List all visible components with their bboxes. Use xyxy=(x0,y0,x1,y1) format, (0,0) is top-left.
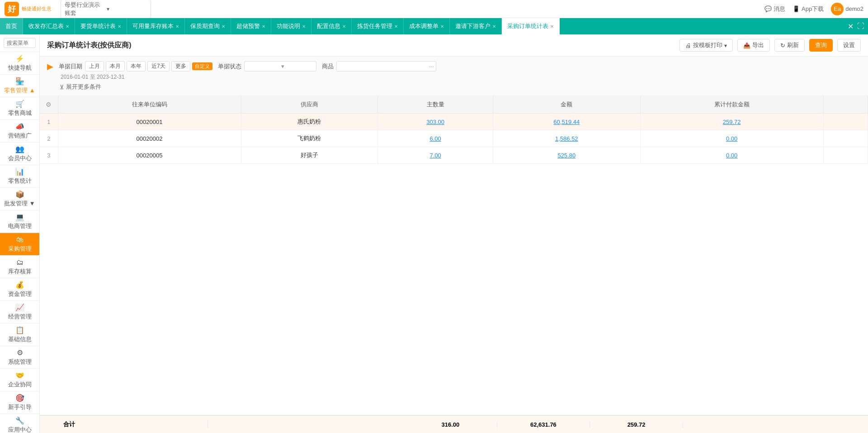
tab-function-desc[interactable]: 功能说明 ✕ xyxy=(271,18,311,34)
sidebar-item-wholesale-mgmt[interactable]: 📦 批发管理 ▼ xyxy=(0,188,39,210)
refresh-btn[interactable]: ↻ 刷新 xyxy=(774,39,805,52)
tab-collect-summary[interactable]: 收发存汇总表 ✕ xyxy=(23,18,75,34)
search-input[interactable] xyxy=(4,38,36,48)
tab-available-stock[interactable]: 可用量库存账本 ✕ xyxy=(127,18,185,34)
row-3-qty[interactable]: 7.00 xyxy=(378,147,493,164)
row-1-paid[interactable]: 259.72 xyxy=(640,114,823,130)
tab-cost-adjust[interactable]: 成本调整单 ✕ xyxy=(404,18,450,34)
preset-this-month[interactable]: 本月 xyxy=(106,61,125,71)
tab-goods-summary[interactable]: 要货单统计表 ✕ xyxy=(75,18,127,34)
filter-collapse-btn[interactable]: ▶ xyxy=(47,62,53,71)
filter-status-item: 单据状态 ▾ xyxy=(218,61,316,71)
print-label: 按模板打印 xyxy=(693,41,722,49)
tab-pick-task[interactable]: 拣货任务管理 ✕ xyxy=(352,18,404,34)
nav-tabs-end: ✕ ⛶ xyxy=(844,22,868,31)
tab-warranty[interactable]: 保质期查询 ✕ xyxy=(185,18,231,34)
print-btn[interactable]: 🖨 按模板打印 xyxy=(679,39,733,52)
goods-input-more-btn[interactable]: ··· xyxy=(427,63,436,70)
settings-btn[interactable]: 设置 xyxy=(837,39,861,52)
sidebar-item-sys-mgmt[interactable]: ⚙ 系统管理 xyxy=(0,346,39,369)
export-btn[interactable]: 📤 导出 xyxy=(737,39,770,52)
tab-overstock[interactable]: 超储预警 ✕ xyxy=(231,18,271,34)
preset-last-month[interactable]: 上月 xyxy=(85,61,104,71)
refresh-label: 刷新 xyxy=(787,41,799,49)
tab-pick-task-close[interactable]: ✕ xyxy=(394,24,398,29)
store-selector[interactable]: 母婴行业演示账套 xyxy=(61,0,151,19)
row-2-paid[interactable]: 0.00 xyxy=(640,130,823,147)
sidebar-item-purchase-mgmt[interactable]: 🛍 采购管理 xyxy=(0,233,39,256)
app-download-btn[interactable]: 📱 App下载 xyxy=(793,5,824,13)
tab-config-info-close[interactable]: ✕ xyxy=(342,24,346,29)
footer-qty: 316.00 xyxy=(404,421,497,428)
row-1-amount[interactable]: 60,519.44 xyxy=(493,114,640,130)
message-btn[interactable]: 💬 消息 xyxy=(764,5,785,13)
tab-purchase-summary[interactable]: 采购订单统计表 ✕ xyxy=(502,18,560,34)
tab-warranty-close[interactable]: ✕ xyxy=(222,24,225,29)
tab-cost-adjust-close[interactable]: ✕ xyxy=(440,24,444,29)
preset-this-year[interactable]: 本年 xyxy=(127,61,146,71)
row-3-paid[interactable]: 0.00 xyxy=(640,147,823,164)
sidebar-item-retail-shop[interactable]: 🛒 零售商城 xyxy=(0,97,39,120)
row-2-qty[interactable]: 6.00 xyxy=(378,130,493,147)
tab-goods-summary-close[interactable]: ✕ xyxy=(118,24,121,29)
tab-invite-downstream[interactable]: 邀请下游客户 ✕ xyxy=(450,18,502,34)
table-row: 2 00020002 飞鹤奶粉 6.00 1,586.52 0.00 xyxy=(40,130,868,147)
row-3-supplier: 好孩子 xyxy=(241,147,378,164)
top-bar: 好 畅捷通好生意 母婴行业演示账套 💬 消息 📱 App下载 Ea demo2 xyxy=(0,0,868,18)
user-area[interactable]: Ea demo2 xyxy=(831,3,863,15)
status-select[interactable]: ▾ xyxy=(244,61,316,71)
tab-collect-summary-close[interactable]: ✕ xyxy=(66,24,69,29)
tab-available-stock-close[interactable]: ✕ xyxy=(175,24,179,29)
table-header-row: ⚙ 往来单位编码 供应商 主数量 金额 累计付款金额 xyxy=(40,96,868,114)
sidebar-item-finance-mgmt[interactable]: 💰 资金管理 xyxy=(0,278,39,301)
tab-invite-downstream-close[interactable]: ✕ xyxy=(492,24,496,29)
tab-function-desc-label: 功能说明 xyxy=(277,22,300,30)
table-settings-icon[interactable]: ⚙ xyxy=(46,101,52,108)
logo-text: 畅捷通好生意 xyxy=(22,6,52,12)
preset-more[interactable]: 更多 xyxy=(171,61,190,71)
status-dropdown-icon: ▾ xyxy=(281,63,312,70)
goods-input[interactable] xyxy=(337,62,427,71)
status-label: 单据状态 xyxy=(218,62,241,71)
tab-home[interactable]: 首页 xyxy=(0,18,23,34)
sidebar-item-quick-nav[interactable]: ⚡ 快捷导航 xyxy=(0,52,39,75)
sidebar-item-enterprise-collab[interactable]: 🤝 企业协同 xyxy=(0,369,39,391)
sidebar-item-biz-mgmt[interactable]: 📈 经营管理 xyxy=(0,301,39,324)
wholesale-mgmt-label: 批发管理 ▼ xyxy=(4,200,35,208)
maximize-btn[interactable]: ⛶ xyxy=(857,22,864,30)
sidebar-item-app-center[interactable]: 🔧 应用中心 xyxy=(0,414,39,433)
sidebar-item-member-center[interactable]: 👥 会员中心 xyxy=(0,143,39,165)
export-icon: 📤 xyxy=(743,42,750,49)
close-all-tabs-btn[interactable]: ✕ xyxy=(848,22,854,31)
tab-overstock-close[interactable]: ✕ xyxy=(262,24,265,29)
tab-pick-task-label: 拣货任务管理 xyxy=(357,22,392,30)
sidebar-item-new-guide[interactable]: 🎯 新手引导 xyxy=(0,391,39,414)
retail-shop-icon: 🛒 xyxy=(15,100,24,108)
row-2-amount[interactable]: 1,586.52 xyxy=(493,130,640,147)
expand-label: 展开更多条件 xyxy=(66,83,101,91)
retail-mgmt-icon: 🏪 xyxy=(15,77,24,86)
tab-function-desc-close[interactable]: ✕ xyxy=(302,24,306,29)
sidebar-item-retail-mgmt[interactable]: 🏪 零售管理 ▲ xyxy=(0,75,39,97)
sidebar-item-retail-stats[interactable]: 📊 零售统计 xyxy=(0,165,39,188)
query-btn[interactable]: 查询 xyxy=(809,39,833,52)
sidebar-item-ecom-mgmt[interactable]: 💻 电商管理 xyxy=(0,210,39,233)
tab-purchase-summary-close[interactable]: ✕ xyxy=(550,24,554,29)
logo-area: 好 畅捷通好生意 xyxy=(5,2,52,16)
sidebar-item-basic-info[interactable]: 📋 基础信息 xyxy=(0,324,39,346)
row-1-qty[interactable]: 303.00 xyxy=(378,114,493,130)
sidebar-item-inventory-check[interactable]: 🗂 库存核算 xyxy=(0,256,39,278)
custom-date-badge[interactable]: 自定义 xyxy=(192,62,212,70)
tab-warranty-label: 保质期查询 xyxy=(190,22,220,30)
top-right-area: 💬 消息 📱 App下载 Ea demo2 xyxy=(764,3,863,15)
preset-7days[interactable]: 近7天 xyxy=(147,61,170,71)
sidebar-item-marketing[interactable]: 📣 营销推广 xyxy=(0,120,39,143)
row-3-amount[interactable]: 525.80 xyxy=(493,147,640,164)
row-2-num: 2 xyxy=(40,130,58,147)
member-center-icon: 👥 xyxy=(15,145,24,153)
expand-more-btn[interactable]: ⊻ 展开更多条件 xyxy=(60,83,861,91)
tab-config-info[interactable]: 配置信息 ✕ xyxy=(311,18,352,34)
member-center-label: 会员中心 xyxy=(8,154,32,162)
store-dropdown-icon xyxy=(107,5,147,12)
page-header: 采购订单统计表(按供应商) 🖨 按模板打印 📤 导出 ↻ 刷新 查询 xyxy=(40,34,868,57)
